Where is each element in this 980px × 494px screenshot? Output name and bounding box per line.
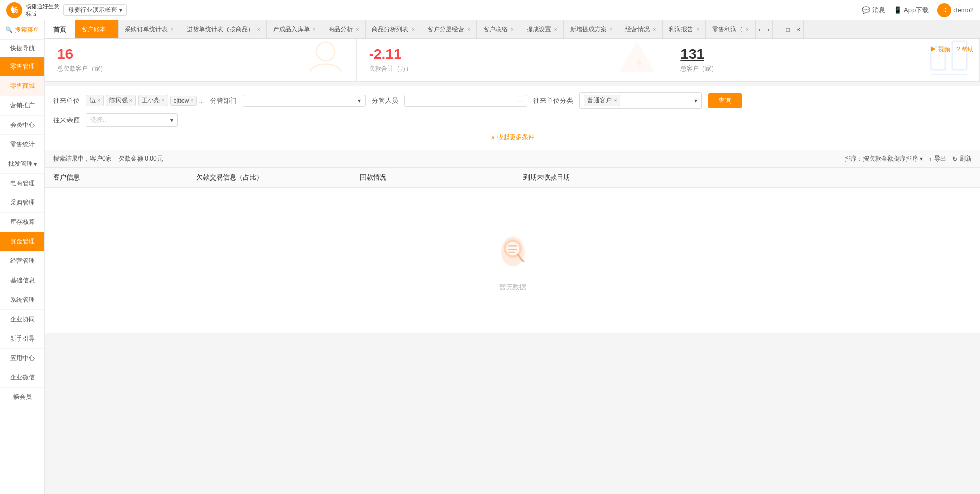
tab-customer-capital[interactable]: 客户账本 × (75, 20, 119, 38)
sidebar-item-wholesale-mgmt[interactable]: 批发管理 ▾ (0, 154, 44, 174)
sidebar-item-marketing[interactable]: 营销推广 (0, 96, 44, 116)
sidebar-item-retail-stat[interactable]: 零售统计 (0, 135, 44, 154)
tab-biz-status[interactable]: 经营情况 × (619, 20, 663, 38)
sidebar-item-app-center[interactable]: 应用中心 (0, 349, 44, 368)
remain-select[interactable]: 选择... ▾ (86, 113, 178, 127)
tab-close-product-entry[interactable]: × (313, 27, 316, 32)
remain-label: 往来余额 (53, 116, 80, 125)
svg-text:✦: ✦ (635, 58, 644, 69)
app-download-button[interactable]: 📱 App下载 (894, 6, 929, 15)
tab-close-retail-profit[interactable]: × (746, 27, 749, 32)
filter-row-2: 往来余额 选择... ▾ (53, 113, 972, 127)
tab-goods-analysis[interactable]: 商品分析 × (322, 20, 366, 38)
sidebar-item-business-mgmt[interactable]: 经营管理 (0, 252, 44, 271)
filter-tag-wu[interactable]: 伍 × (86, 95, 104, 106)
unit-label: 往来单位 (53, 96, 80, 105)
sidebar-item-new-guide[interactable]: 新手引导 (0, 329, 44, 349)
tab-close-customer-capital[interactable]: × (109, 27, 112, 32)
help-link[interactable]: ? 帮助 (956, 45, 974, 54)
sidebar-quick-nav[interactable]: 快捷导航 (0, 40, 44, 57)
result-bar: 搜索结果中，客户0家 欠款金额 0.00元 排序：按欠款金额倒序排序 ▾ ↑ 导… (45, 150, 980, 168)
sidebar-item-vip-member[interactable]: 畅会员 (0, 388, 44, 407)
sidebar-item-retail-mall[interactable]: 零售商城 (0, 77, 44, 96)
sidebar-item-retail-mgmt[interactable]: 零售管理 (0, 57, 44, 77)
stat-total-debt-customers: 16 总欠款客户（家） (45, 39, 357, 81)
tab-close-customer-contact[interactable]: × (511, 27, 514, 32)
tab-max-btn[interactable]: □ (783, 20, 793, 38)
sidebar-item-corp-wechat[interactable]: 企业微信 (0, 368, 44, 388)
unit-type-label: 往来单位分类 (533, 96, 573, 105)
sidebar-item-basic-info[interactable]: 基础信息 (0, 271, 44, 290)
remove-unit-type[interactable]: × (613, 98, 617, 103)
tab-close-all-btn[interactable]: × (793, 20, 804, 38)
tab-next-btn[interactable]: › (764, 20, 773, 38)
tab-customer-tier[interactable]: 客户分层经营 × (421, 20, 477, 38)
sidebar-search[interactable]: 🔍 搜索菜单 (0, 20, 44, 40)
tab-close-goods-analysis[interactable]: × (356, 27, 359, 32)
sidebar-item-sys-mgmt[interactable]: 系统管理 (0, 290, 44, 310)
person-dots[interactable]: ··· (517, 97, 522, 104)
sort-chevron: ▾ (920, 155, 923, 162)
user-menu[interactable]: D demo2 (937, 3, 974, 17)
tab-home[interactable]: 首页 (45, 20, 75, 38)
tab-improve-settings[interactable]: 提成设置 × (520, 20, 564, 38)
refresh-button[interactable]: ↻ 刷新 (952, 154, 972, 163)
tab-purchase-order-stat[interactable]: 采购订单统计表 × (119, 20, 180, 38)
tab-close-add-improve-plan[interactable]: × (610, 27, 613, 32)
tab-close-profit-report[interactable]: × (696, 27, 699, 32)
tab-add-improve-plan[interactable]: 新增提成方案 × (564, 20, 620, 38)
person-label: 分管人员 (372, 96, 398, 105)
message-button[interactable]: 💬 消息 (862, 6, 885, 15)
tab-close-purchase-order-stat[interactable]: × (171, 27, 174, 32)
tab-prev-btn[interactable]: ‹ (756, 20, 764, 38)
video-link[interactable]: ▶ 视频 (930, 45, 950, 54)
remove-tag-chen[interactable]: × (129, 98, 132, 103)
filter-tag-chen[interactable]: 陈民强 × (106, 95, 136, 106)
sidebar-item-member-center[interactable]: 会员中心 (0, 116, 44, 135)
tab-customer-contact[interactable]: 客户联络 × (477, 20, 520, 38)
stat-label-debt-customers: 总欠款客户（家） (57, 64, 344, 73)
tab-close-inventory-stat[interactable]: × (257, 27, 260, 32)
col-repayment: 回款情况 (360, 173, 523, 182)
query-button[interactable]: 查询 (708, 93, 742, 108)
remove-tag-wu[interactable]: × (97, 98, 100, 103)
filter-tag-wang[interactable]: 王小亮 × (138, 95, 168, 106)
tab-close-customer-tier[interactable]: × (467, 27, 470, 32)
table-empty: 暂无数据 (45, 188, 980, 333)
dept-select[interactable]: ▾ (243, 95, 366, 107)
tab-product-entry[interactable]: 产成品入库单 × (267, 20, 323, 38)
tab-close-goods-analysis-list[interactable]: × (412, 27, 415, 32)
tab-inventory-stat[interactable]: 进货单统计表（按商品） × (180, 20, 267, 38)
tab-retail-profit[interactable]: 零售利润（ × (706, 20, 756, 38)
tab-min-btn[interactable]: _ (773, 20, 783, 38)
sidebar-item-ecom-mgmt[interactable]: 电商管理 (0, 174, 44, 193)
more-tags[interactable]: ... (199, 97, 204, 104)
unit-type-select[interactable]: 普通客户 × ▾ (579, 92, 702, 109)
svg-point-0 (316, 42, 335, 61)
logo-icon: 畅 (6, 2, 22, 18)
unit-type-tag[interactable]: 普通客户 × (584, 95, 620, 106)
help-icon: ? (956, 46, 960, 53)
tab-close-biz-status[interactable]: × (653, 27, 656, 32)
chevron-icon: ▾ (34, 161, 37, 168)
table-header: 客户信息 欠款交易信息（占比） 回款情况 到期未收款日期 (45, 168, 980, 188)
export-button[interactable]: ↑ 导出 (929, 154, 946, 163)
result-info: 搜索结果中，客户0家 欠款金额 0.00元 (53, 154, 163, 163)
person-select[interactable]: ··· (404, 95, 527, 107)
stat-debt-total: ✦ -2.11 欠款合计（万） (357, 39, 669, 81)
filter-tag-cjttcw[interactable]: cjttcw × (170, 96, 197, 106)
sidebar-item-inventory[interactable]: 库存核算 (0, 213, 44, 232)
top-right-links: ▶ 视频 ? 帮助 (930, 45, 974, 54)
sidebar-item-corp-collab[interactable]: 企业协同 (0, 310, 44, 329)
sidebar-item-fund-mgmt[interactable]: 资金管理 (0, 232, 44, 252)
unit-type-chevron: ▾ (694, 97, 697, 104)
tab-profit-report[interactable]: 利润报告 × (663, 20, 706, 38)
brand-selector[interactable]: 母婴行业演示帐套 ▾ (63, 4, 127, 16)
collapse-button[interactable]: ∧ 收起更多条件 (53, 131, 972, 144)
sidebar-item-purchase-mgmt[interactable]: 采购管理 (0, 193, 44, 213)
tab-goods-analysis-list[interactable]: 商品分析列表 × (366, 20, 421, 38)
tab-close-improve-settings[interactable]: × (554, 27, 557, 32)
search-icon: 🔍 (5, 26, 13, 33)
remove-tag-wang[interactable]: × (162, 98, 165, 103)
remove-tag-cjttcw[interactable]: × (191, 98, 194, 103)
